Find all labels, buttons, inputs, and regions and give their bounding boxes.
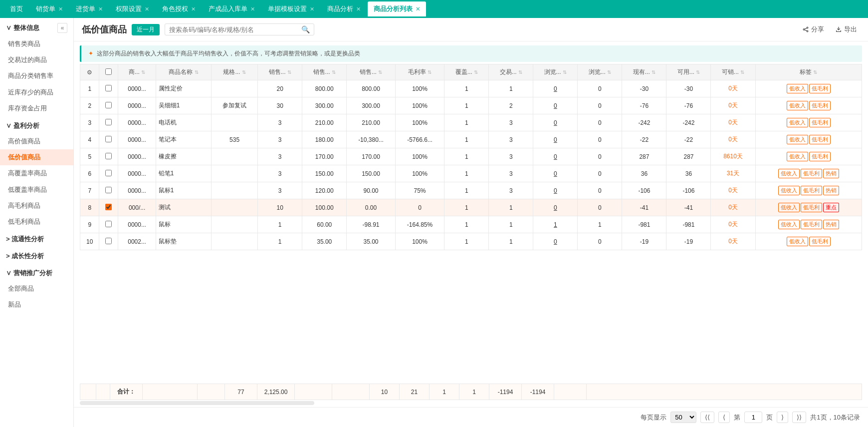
row-checkbox[interactable] (105, 170, 112, 176)
horizontal-scrollbar[interactable] (80, 401, 314, 405)
row-checkbox[interactable] (105, 153, 112, 159)
select-all-checkbox[interactable] (105, 68, 112, 75)
col-margin[interactable]: 毛利率 ⇅ (395, 64, 444, 80)
page-number-input[interactable] (744, 412, 762, 423)
search-input[interactable] (169, 26, 299, 33)
col-view2[interactable]: 浏览... ⇅ (578, 64, 622, 80)
row-checkbox[interactable] (105, 238, 112, 244)
row-checkbox[interactable] (105, 136, 112, 142)
row-checkbox[interactable] (105, 204, 112, 210)
nav-goods-analysis[interactable]: 商品分析 ✕ (321, 1, 367, 16)
sidebar-section-flow[interactable]: > 流通性分析 (0, 230, 73, 247)
nav-goods-analysis-list-close[interactable]: ✕ (416, 6, 420, 12)
col-spec[interactable]: 规格... ⇅ (211, 64, 257, 80)
sidebar-section-growth[interactable]: > 成长性分析 (0, 247, 73, 264)
sidebar-item-high-value[interactable]: 高价值商品 (0, 133, 73, 149)
cell-checkbox[interactable] (99, 165, 118, 182)
view1-link[interactable]: 0 (554, 170, 557, 177)
search-icon[interactable]: 🔍 (301, 25, 310, 33)
col-sellable[interactable]: 可销... ⇅ (711, 64, 755, 80)
cell-view1[interactable]: 0 (533, 182, 578, 199)
col-qty[interactable]: 销售... ⇅ (258, 64, 302, 80)
view1-link[interactable]: 0 (554, 102, 557, 109)
cell-view1[interactable]: 0 (533, 80, 578, 97)
col-view1[interactable]: 浏览... ⇅ (533, 64, 578, 80)
prev-page-button[interactable]: ⟨ (718, 412, 730, 423)
nav-goods-analysis-close[interactable]: ✕ (356, 6, 361, 12)
row-checkbox[interactable] (105, 221, 112, 227)
last-page-button[interactable]: ⟩⟩ (792, 412, 806, 423)
filter-recent-month-button[interactable]: 近一月 (132, 24, 160, 35)
next-page-button[interactable]: ⟩ (777, 412, 788, 423)
col-transaction[interactable]: 交易... ⇅ (489, 64, 533, 80)
nav-purchase[interactable]: 进货单 ✕ (70, 1, 109, 16)
sidebar-item-category-rate[interactable]: 商品分类销售率 (0, 68, 73, 84)
col-checkbox[interactable] (99, 64, 118, 80)
cell-view1[interactable]: 0 (533, 97, 578, 114)
cell-checkbox[interactable] (99, 131, 118, 148)
row-checkbox[interactable] (105, 102, 112, 108)
sidebar-section-overall[interactable]: ∨ 整体信息 « (0, 18, 73, 36)
cell-view1[interactable]: 0 (533, 165, 578, 182)
view1-link[interactable]: 0 (554, 187, 557, 194)
cell-view1[interactable]: 0 (533, 114, 578, 131)
col-name[interactable]: 商品名称 ⇅ (156, 64, 211, 80)
cell-checkbox[interactable] (99, 233, 118, 250)
view1-link[interactable]: 0 (554, 238, 557, 245)
cell-checkbox[interactable] (99, 114, 118, 131)
sidebar-item-low-value[interactable]: 低价值商品 (0, 149, 73, 165)
view1-link[interactable]: 0 (554, 85, 557, 92)
nav-permission[interactable]: 权限设置 ✕ (110, 1, 155, 16)
view1-link[interactable]: 0 (554, 136, 557, 143)
share-button[interactable]: 分享 (799, 23, 827, 36)
sidebar-item-low-stock[interactable]: 近库存少的商品 (0, 84, 73, 100)
first-page-button[interactable]: ⟨⟨ (700, 412, 714, 423)
nav-template-close[interactable]: ✕ (310, 6, 314, 12)
sidebar-item-high-profit[interactable]: 高毛利商品 (0, 198, 73, 214)
nav-product-stock[interactable]: 产成品入库单 ✕ (203, 1, 261, 16)
sidebar-item-low-profit[interactable]: 低毛利商品 (0, 214, 73, 230)
sidebar-section-profit[interactable]: ∨ 盈利分析 (0, 116, 73, 133)
nav-role[interactable]: 角色授权 ✕ (156, 1, 202, 16)
cell-view1[interactable]: 0 (533, 233, 578, 250)
view1-link[interactable]: 0 (554, 119, 557, 126)
view1-link[interactable]: 0 (554, 153, 557, 160)
sidebar-item-low-coverage[interactable]: 低覆盖率商品 (0, 182, 73, 198)
nav-permission-close[interactable]: ✕ (145, 6, 149, 12)
cell-checkbox[interactable] (99, 97, 118, 114)
col-coverage[interactable]: 覆盖... ⇅ (444, 64, 489, 80)
sidebar-section-marketing[interactable]: ∨ 营销推广分析 (0, 264, 73, 281)
view1-link[interactable]: 1 (554, 221, 557, 228)
nav-goods-analysis-list[interactable]: 商品分析列表 ✕ (368, 1, 426, 16)
row-checkbox[interactable] (105, 187, 112, 193)
view1-link[interactable]: 0 (554, 204, 557, 211)
col-tags[interactable]: 标签 ⇅ (755, 64, 862, 80)
cell-checkbox[interactable] (99, 80, 118, 97)
col-available[interactable]: 可用... ⇅ (666, 64, 711, 80)
col-settings[interactable]: ⚙ (80, 64, 99, 80)
cell-checkbox[interactable] (99, 148, 118, 165)
cell-checkbox[interactable] (99, 216, 118, 233)
nav-sales-close[interactable]: ✕ (58, 6, 63, 12)
nav-role-close[interactable]: ✕ (191, 6, 196, 12)
page-size-select[interactable]: 50 100 200 (670, 412, 696, 423)
col-amount[interactable]: 销售... ⇅ (302, 64, 347, 80)
sidebar-collapse-overall[interactable]: « (57, 23, 67, 33)
nav-home[interactable]: 首页 (4, 1, 29, 16)
col-code[interactable]: 商... ⇅ (118, 64, 156, 80)
sidebar-item-high-coverage[interactable]: 高覆盖率商品 (0, 165, 73, 181)
row-checkbox[interactable] (105, 85, 112, 91)
nav-purchase-close[interactable]: ✕ (98, 6, 103, 12)
sidebar-item-all-goods[interactable]: 全部商品 (0, 281, 73, 297)
cell-view1[interactable]: 0 (533, 199, 578, 216)
col-cost[interactable]: 销售... ⇅ (347, 64, 396, 80)
nav-template[interactable]: 单据模板设置 ✕ (262, 1, 320, 16)
export-button[interactable]: 导出 (832, 23, 860, 36)
cell-view1[interactable]: 1 (533, 216, 578, 233)
sidebar-item-new-goods[interactable]: 新品 (0, 297, 73, 313)
col-stock[interactable]: 现有... ⇅ (622, 64, 666, 80)
cell-checkbox[interactable] (99, 182, 118, 199)
nav-product-stock-close[interactable]: ✕ (250, 6, 255, 12)
sidebar-item-stock-capital[interactable]: 库存资金占用 (0, 100, 73, 116)
cell-view1[interactable]: 0 (533, 148, 578, 165)
